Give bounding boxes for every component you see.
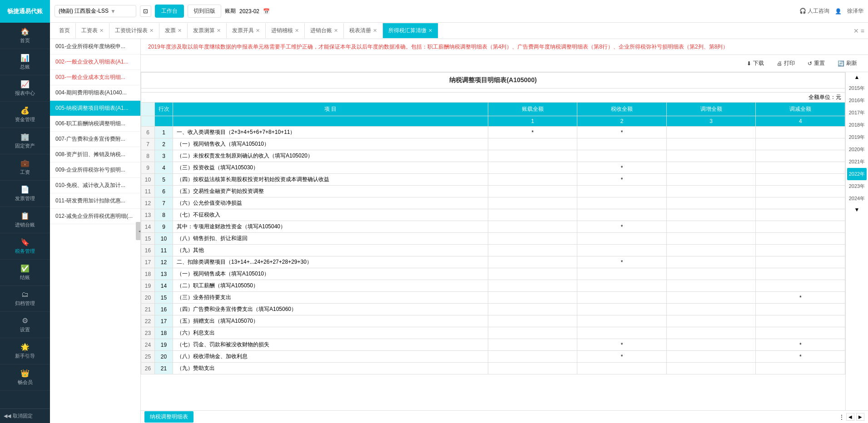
close-tab-button[interactable]: ✕: [853, 27, 859, 34]
cell-data-10-0[interactable]: [488, 245, 577, 256]
cell-data-10-1[interactable]: [577, 245, 667, 256]
cell-data-13-3[interactable]: [756, 280, 845, 292]
cell-data-5-0[interactable]: [488, 186, 577, 197]
left-panel-item-003[interactable]: 003-一般企业成本支出明细...: [50, 70, 140, 85]
cell-item-6[interactable]: （六）公允价值变动净损益: [173, 197, 488, 209]
cell-data-4-0[interactable]: [488, 174, 577, 186]
cell-data-13-0[interactable]: [488, 280, 577, 292]
cell-data-7-2[interactable]: [666, 209, 756, 221]
copy-icon[interactable]: ⊡: [140, 5, 151, 17]
year-item-2024[interactable]: 2024年: [847, 192, 867, 205]
cell-data-12-2[interactable]: [666, 268, 756, 280]
cell-item-18[interactable]: （七）罚金、罚款和被没收财物的损失: [173, 339, 488, 351]
cell-data-20-0[interactable]: [488, 363, 577, 374]
cell-data-19-2[interactable]: [666, 351, 756, 363]
tab-invoice-open[interactable]: 发票开具✕: [227, 23, 266, 38]
year-item-2016[interactable]: 2016年: [847, 94, 867, 107]
left-panel-item-006[interactable]: 006-职工薪酬纳税调整明细...: [50, 116, 140, 132]
year-item-2019[interactable]: 2019年: [847, 131, 867, 143]
cell-data-8-1[interactable]: *: [577, 221, 667, 233]
year-up-button[interactable]: ▲: [846, 72, 868, 82]
sidebar-item-settings[interactable]: ⚙设置: [0, 312, 50, 338]
cell-data-9-3[interactable]: [756, 233, 845, 245]
cell-item-0[interactable]: 一、收入类调整项目（2+3+4+5+6+7+8+10+11）: [173, 127, 488, 138]
cell-data-4-2[interactable]: [666, 174, 756, 186]
sidebar-item-salary[interactable]: 💼工资: [0, 154, 50, 181]
year-down-button[interactable]: ▼: [846, 205, 868, 215]
tab-close-invoice[interactable]: ✕: [178, 28, 182, 34]
refresh-button[interactable]: 🔄 刷新: [834, 58, 861, 69]
cell-data-14-2[interactable]: [666, 292, 756, 304]
cell-item-17[interactable]: （六）利息支出: [173, 327, 488, 339]
cell-data-12-1[interactable]: [577, 268, 667, 280]
cell-item-14[interactable]: （三）业务招待要支出: [173, 292, 488, 304]
cell-data-0-1[interactable]: *: [577, 127, 667, 138]
cell-data-5-2[interactable]: [666, 186, 756, 197]
tab-close-salary-report[interactable]: ✕: [149, 28, 154, 34]
cell-data-3-1[interactable]: *: [577, 162, 667, 174]
tab-close-purchase-check[interactable]: ✕: [295, 28, 299, 34]
tab-close-purchase-ledger[interactable]: ✕: [334, 28, 338, 34]
cell-data-10-3[interactable]: [756, 245, 845, 256]
cell-data-14-1[interactable]: [577, 292, 667, 304]
workbench-button[interactable]: 工作台: [155, 5, 184, 18]
sheet-tab[interactable]: 纳税调整明细表: [144, 411, 193, 423]
cell-data-9-1[interactable]: [577, 233, 667, 245]
year-item-2022[interactable]: 2022年: [847, 168, 867, 180]
cell-data-8-3[interactable]: [756, 221, 845, 233]
cell-data-11-2[interactable]: [666, 256, 756, 268]
cell-data-3-3[interactable]: [756, 162, 845, 174]
calendar-icon[interactable]: 📅: [263, 8, 270, 15]
cell-data-19-1[interactable]: *: [577, 351, 667, 363]
cell-item-19[interactable]: （八）税收滞纳金、加收利息: [173, 351, 488, 363]
cell-data-7-1[interactable]: [577, 209, 667, 221]
year-item-2021[interactable]: 2021年: [847, 156, 867, 168]
cell-item-4[interactable]: （四）按权益法核算长期股权投资对初始投资成本调整确认收益: [173, 174, 488, 186]
old-version-button[interactable]: 切到旧版: [188, 5, 221, 18]
cell-data-5-3[interactable]: [756, 186, 845, 197]
cell-data-1-3[interactable]: [756, 138, 845, 150]
year-item-2017[interactable]: 2017年: [847, 107, 867, 119]
cell-data-19-3[interactable]: *: [756, 351, 845, 363]
left-panel-item-004[interactable]: 004-期间费用明细表(A1040...: [50, 85, 140, 101]
tab-tax-clear[interactable]: 税表清册✕: [344, 23, 383, 38]
cell-data-14-3[interactable]: *: [756, 292, 845, 304]
cell-item-3[interactable]: （三）投资收益（填写A105030）: [173, 162, 488, 174]
left-panel-item-012[interactable]: 012-减免企业所得税优惠明细(...: [50, 209, 140, 224]
cell-data-14-0[interactable]: [488, 292, 577, 304]
cell-data-17-2[interactable]: [666, 327, 756, 339]
tab-close-tax-clear[interactable]: ✕: [373, 28, 377, 34]
cell-data-1-1[interactable]: [577, 138, 667, 150]
cell-item-13[interactable]: （二）职工薪酬（填写A105050）: [173, 280, 488, 292]
cell-item-10[interactable]: （九）其他: [173, 245, 488, 256]
collapse-panel-button[interactable]: ◀: [136, 222, 141, 240]
sidebar-item-asset[interactable]: 🏢固定资产: [0, 128, 50, 154]
tab-salary-report[interactable]: 工资统计报表✕: [109, 23, 159, 38]
cell-data-3-0[interactable]: [488, 162, 577, 174]
cell-data-20-1[interactable]: [577, 363, 667, 374]
left-panel-item-007[interactable]: 007-广告费和业务宣传费附...: [50, 132, 140, 147]
cell-data-15-3[interactable]: [756, 304, 845, 315]
cell-data-20-2[interactable]: [666, 363, 756, 374]
cell-data-15-0[interactable]: [488, 304, 577, 315]
tab-income-tax[interactable]: 所得税汇算清缴✕: [383, 23, 438, 38]
cell-data-13-1[interactable]: [577, 280, 667, 292]
sidebar-item-report[interactable]: 📈报表中心: [0, 75, 50, 102]
cell-item-9[interactable]: （八）销售折扣、折让和退回: [173, 233, 488, 245]
support-button[interactable]: 🎧 人工咨询: [799, 7, 829, 15]
cell-data-16-2[interactable]: [666, 315, 756, 327]
sidebar-item-settle[interactable]: ✅结账: [0, 260, 50, 286]
cell-data-15-1[interactable]: [577, 304, 667, 315]
sidebar-item-fund[interactable]: 💰资金管理: [0, 102, 50, 128]
sidebar-item-member[interactable]: 👑畅会员: [0, 364, 50, 391]
cell-data-7-3[interactable]: [756, 209, 845, 221]
cell-data-16-1[interactable]: [577, 315, 667, 327]
download-button[interactable]: ⬇ 下载: [743, 58, 768, 69]
left-panel-item-011[interactable]: 011-研发费用加计扣除优惠...: [50, 193, 140, 209]
left-panel-item-008[interactable]: 008-资产折旧、摊销及纳税...: [50, 147, 140, 162]
tab-close-income-tax[interactable]: ✕: [428, 28, 432, 34]
cell-data-11-0[interactable]: [488, 256, 577, 268]
tab-close-salary[interactable]: ✕: [99, 28, 104, 34]
year-item-2020[interactable]: 2020年: [847, 143, 867, 156]
sidebar-item-invoice-mgr[interactable]: 📄发票管理: [0, 181, 50, 207]
